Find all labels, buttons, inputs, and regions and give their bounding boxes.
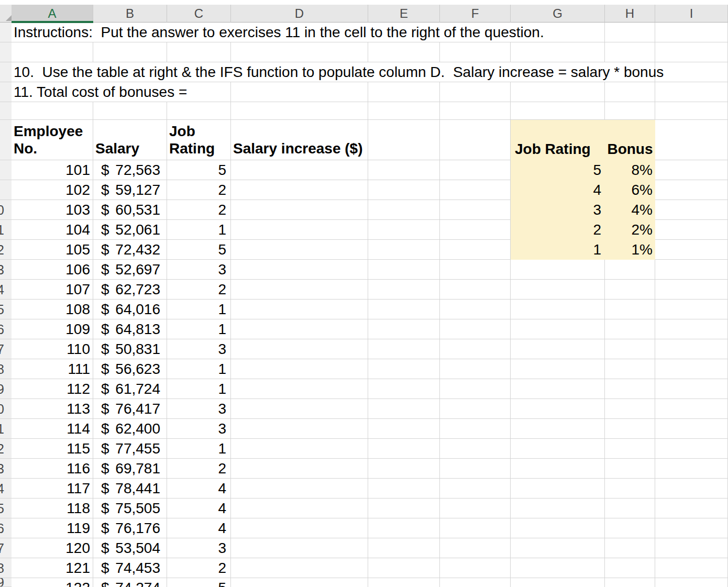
cell[interactable] [368,499,440,518]
cell[interactable] [605,319,655,339]
cell[interactable] [368,399,440,419]
cell[interactable] [605,439,655,459]
cell[interactable] [655,102,728,120]
salary-increase-cell[interactable] [231,260,368,280]
cell[interactable] [368,82,440,102]
cell[interactable] [655,499,728,518]
cell[interactable] [655,558,728,578]
salary-header-cell[interactable]: Salary [93,120,167,160]
salary-cell[interactable]: $52,697 [93,260,167,280]
salary-cell[interactable]: $56,623 [93,359,167,379]
cell[interactable] [368,280,440,300]
salary-increase-cell[interactable] [231,319,368,339]
employee-no-cell[interactable]: 101 [12,160,93,180]
cell[interactable] [440,538,511,558]
cell[interactable] [440,439,511,459]
column-header-a[interactable]: A [12,5,93,23]
row-header[interactable] [0,82,12,102]
select-all-corner[interactable] [0,5,12,23]
job-rating-cell[interactable]: 3 [167,399,231,419]
salary-increase-cell[interactable] [231,180,368,200]
bonus-rating-cell[interactable]: 5 [511,162,605,179]
cell[interactable] [655,479,728,499]
job-rating-cell[interactable]: 3 [167,260,231,280]
employee-no-cell[interactable]: 103 [12,200,93,220]
cell[interactable] [605,499,655,518]
cell[interactable] [655,180,728,200]
question-10-cell[interactable]: 10. Use the table at right & the IFS fun… [12,62,655,82]
employee-no-cell[interactable]: 117 [12,479,93,499]
salary-increase-cell[interactable] [231,518,368,538]
cell[interactable] [605,260,655,280]
cell[interactable] [167,102,231,120]
cell[interactable] [440,300,511,319]
cell[interactable] [605,459,655,479]
cell[interactable] [655,459,728,479]
cell[interactable] [655,399,728,419]
salary-increase-cell[interactable] [231,280,368,300]
salary-increase-cell[interactable] [231,200,368,220]
job-rating-cell[interactable]: 5 [167,240,231,260]
cell[interactable] [440,102,511,120]
cell[interactable] [511,538,605,558]
instructions-cell[interactable]: Instructions: Put the answer to exercise… [12,23,605,42]
cell[interactable] [655,82,728,102]
employee-no-cell[interactable]: 105 [12,240,93,260]
salary-cell[interactable]: $74,274 [93,578,167,587]
cell[interactable] [655,300,728,319]
cell[interactable] [605,102,655,120]
cell[interactable] [231,42,368,62]
row-header[interactable]: 5 [0,300,12,319]
cell[interactable] [605,578,655,587]
employee-no-cell[interactable]: 121 [12,558,93,578]
cell[interactable] [511,479,605,499]
cell[interactable] [511,518,605,538]
row-header[interactable]: 8 [0,558,12,578]
salary-cell[interactable]: $59,127 [93,180,167,200]
employee-no-cell[interactable]: 119 [12,518,93,538]
employee-no-header-cell[interactable]: Employee No. [12,120,93,160]
cell[interactable] [440,419,511,439]
salary-cell[interactable]: $52,061 [93,220,167,240]
bonus-rating-cell[interactable]: 1 [511,241,605,258]
cell[interactable] [368,319,440,339]
job-rating-cell[interactable]: 5 [167,160,231,180]
bonus-value-cell[interactable]: 1% [605,241,655,258]
cell[interactable] [655,518,728,538]
cell[interactable] [511,102,605,120]
row-header[interactable]: 2 [0,439,12,459]
cell[interactable] [655,280,728,300]
employee-no-cell[interactable]: 109 [12,319,93,339]
cell[interactable] [655,538,728,558]
cell[interactable] [12,102,93,120]
cell[interactable] [655,220,728,240]
cell[interactable] [440,42,511,62]
cell[interactable] [440,499,511,518]
bonus-value-cell[interactable]: 8% [605,162,655,179]
employee-no-cell[interactable]: 120 [12,538,93,558]
row-header[interactable]: 5 [0,499,12,518]
cell[interactable] [440,459,511,479]
question-11-cell[interactable]: 11. Total cost of bonuses = [12,82,231,102]
row-header[interactable] [0,160,12,180]
cell[interactable] [231,82,368,102]
job-rating-cell[interactable]: 2 [167,180,231,200]
cell[interactable] [440,319,511,339]
cell[interactable] [655,439,728,459]
cell[interactable] [605,379,655,399]
cell[interactable] [511,419,605,439]
salary-cell[interactable]: $62,400 [93,419,167,439]
cell[interactable] [93,42,167,62]
bonus-rating-cell[interactable]: 4 [511,182,605,198]
cell[interactable] [368,220,440,240]
salary-cell[interactable]: $75,505 [93,499,167,518]
cell[interactable] [605,42,655,62]
salary-increase-cell[interactable] [231,339,368,359]
row-header[interactable] [0,62,12,82]
row-header[interactable] [0,102,12,120]
employee-no-cell[interactable]: 111 [12,359,93,379]
cell[interactable] [440,339,511,359]
cell[interactable] [655,339,728,359]
column-header-f[interactable]: F [440,5,511,23]
salary-increase-cell[interactable] [231,220,368,240]
